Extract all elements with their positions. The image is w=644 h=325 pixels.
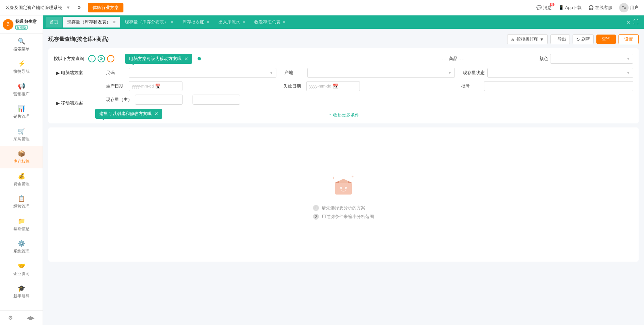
export-button[interactable]: ↑ 导出 (550, 34, 570, 44)
gear-button[interactable]: ⚙ (74, 3, 84, 12)
empty-icon-wrapper: ✦ ✦ (328, 169, 359, 200)
origin-select[interactable]: ▼ (307, 68, 455, 78)
sidebar-item-inventory[interactable]: 📦 库存核算 (0, 146, 43, 168)
download-icon: 📱 (558, 5, 564, 10)
search-button[interactable]: 查询 (596, 35, 616, 44)
search-icon: 🔍 (18, 38, 25, 45)
logo-icon: 6 (3, 19, 13, 30)
top-bar-right: 💬 消息 6 📱 App下载 🎧 在线客服 Ea 用户 (536, 3, 639, 12)
print-icon: 🖨 (511, 37, 515, 42)
sidebar-item-search[interactable]: 🔍 搜索菜单 (0, 34, 43, 56)
tab-flow[interactable]: 出入库流水 ✕ (214, 17, 250, 28)
tab-inventory-status[interactable]: 现存量（库存状况表） ✕ (63, 17, 120, 28)
finance-icon: 💰 (18, 172, 25, 180)
stock-status-select[interactable]: ▼ (487, 68, 633, 78)
svg-text:✦: ✦ (332, 176, 335, 180)
sidebar-item-management[interactable]: 📋 经营管理 (0, 191, 43, 213)
add-scheme-button[interactable]: + (88, 55, 96, 62)
set-button[interactable]: 设置 (619, 34, 639, 44)
app-download-button[interactable]: 📱 App下载 (558, 5, 582, 11)
stock-main-min[interactable] (135, 95, 183, 105)
tab-fullscreen-button[interactable]: ⛶ (633, 19, 639, 25)
color-select[interactable]: ▼ (550, 54, 633, 64)
tab-batch[interactable]: 库存批次账 ✕ (178, 17, 214, 28)
tooltip-pc-close-button[interactable]: ✕ (184, 56, 188, 61)
svg-point-5 (345, 187, 347, 189)
filter-fields-area: 尺码 ▼ 产地 ▼ (106, 68, 633, 108)
stock-status-arrow: ▼ (626, 70, 630, 75)
message-button[interactable]: 💬 消息 6 (536, 5, 552, 11)
sidebar-item-marketing[interactable]: 📢 营销推广 (0, 78, 43, 101)
batch-input[interactable] (484, 81, 633, 91)
sidebar-item-system[interactable]: ⚙️ 系统管理 (0, 236, 43, 258)
size-filter: 尺码 ▼ (106, 68, 276, 78)
pc-scheme-item[interactable]: ▶ 电脑端方案 (54, 68, 101, 78)
size-arrow: ▼ (269, 70, 273, 75)
print-button[interactable]: 🖨 按模板打印 ▼ (507, 34, 548, 44)
basicinfo-icon: 📁 (18, 217, 25, 225)
expire-date-start[interactable]: yyyy-mm-dd 📅 (306, 81, 360, 91)
user-avatar: Ea (619, 3, 629, 12)
filter-row-3: 现存量（主） — (106, 95, 633, 105)
tab-close-all-button[interactable]: ✕ (626, 19, 631, 25)
tab-close-summary[interactable]: ✕ (282, 20, 286, 24)
tab-inventory-distribution[interactable]: 现存量（库存分布表） ✕ (121, 17, 178, 28)
tab-close-inventory-distribution[interactable]: ✕ (170, 20, 174, 24)
sales-icon: 📊 (18, 105, 25, 112)
tooltip-edit-scheme-wrapper: 这里可以创建和修改方案哦 ✕ (95, 109, 162, 119)
tab-close-inventory-status[interactable]: ✕ (113, 20, 116, 24)
trial-button[interactable]: 体验行业方案 (88, 3, 123, 12)
message-icon: 💬 (536, 5, 542, 10)
tooltip-edit-scheme: 这里可以创建和修改方案哦 ✕ (95, 109, 162, 119)
marketing-icon: 📢 (18, 83, 25, 90)
color-arrow: ▼ (626, 56, 630, 61)
calendar-icon-2: 📅 (333, 84, 338, 89)
back-scheme-button[interactable]: ← (107, 55, 114, 62)
top-bar: 装备及固定资产辅助管理系统 ▼ ⚙ 体验行业方案 💬 消息 6 📱 App下载 … (0, 0, 644, 15)
sidebar-nav: 🔍 搜索菜单 ⚡ 快捷导航 📢 营销推广 📊 销售管理 🛒 采购管理 (0, 34, 43, 310)
origin-arrow: ▼ (448, 70, 452, 75)
produce-date-start[interactable]: yyyy-mm-dd 📅 (129, 81, 182, 91)
sidebar-item-quicknav[interactable]: ⚡ 快捷导航 (0, 56, 43, 78)
sidebar-item-purchase[interactable]: 🛒 采购管理 (0, 123, 43, 146)
size-select[interactable]: ▼ (129, 68, 276, 78)
goods-filter-item: ⋯ 商品 ⋯ (441, 56, 535, 62)
hint-num-2: 2 (313, 214, 319, 220)
refresh-icon: ↻ (576, 37, 580, 42)
empty-hints: 1 请先选择要分析的方案 2 用过滤条件来缩小分析范围 (313, 205, 374, 220)
user-menu[interactable]: Ea 用户 (619, 3, 639, 12)
filter-top-row: 按以下方案查询 + ⟳ ← 电脑方案可设为移动方案哦 ✕ (54, 54, 633, 64)
calendar-icon-1: 📅 (155, 84, 161, 89)
service-icon: 🎧 (588, 5, 594, 10)
sidebar-item-enterprise[interactable]: 🤝 企业协同 (0, 258, 43, 281)
goods-dots2: ⋯ (460, 56, 465, 62)
mobile-scheme-item[interactable]: ▶ 移动端方案 (54, 98, 101, 108)
scheme-tree-area: ▶ 电脑端方案 ▶ 移动端方案 这里可以创建和修改方 (54, 68, 101, 108)
range-separator: — (185, 97, 190, 102)
svg-point-4 (340, 187, 342, 189)
online-service-button[interactable]: 🎧 在线客服 (588, 5, 612, 11)
collapse-sidebar-button[interactable]: ◀▶ (26, 315, 35, 321)
empty-state: ✦ ✦ 1 请先选择要分析的方案 2 用过滤条件来缩小分析范围 (293, 149, 394, 240)
tab-summary[interactable]: 收发存汇总表 ✕ (250, 17, 290, 28)
sidebar-item-guide[interactable]: 🎓 新手引导 (0, 281, 43, 303)
settings-footer-button[interactable]: ⚙ (8, 315, 13, 321)
stock-main-max[interactable] (193, 95, 240, 105)
tooltip-edit-close-button[interactable]: ✕ (154, 111, 158, 116)
collapse-up-icon: ⌃ (328, 113, 332, 118)
sidebar-item-sales[interactable]: 📊 销售管理 (0, 101, 43, 123)
produce-date-range: yyyy-mm-dd 📅 (129, 81, 182, 91)
sidebar-item-finance[interactable]: 💰 资金管理 (0, 168, 43, 191)
tab-home[interactable]: 首页 (46, 17, 62, 28)
refresh-scheme-button[interactable]: ⟳ (98, 55, 105, 62)
stock-main-filter: 现存量（主） — (106, 95, 240, 105)
message-badge: 6 (550, 3, 554, 6)
refresh-button[interactable]: ↻ 刷新 (573, 34, 594, 44)
page-title: 现存量查询(按仓库+商品) (48, 36, 109, 43)
svg-text:✦: ✦ (351, 175, 354, 178)
sidebar-item-basic-info[interactable]: 📁 基础信息 (0, 213, 43, 236)
svg-rect-0 (335, 183, 352, 195)
tab-close-batch[interactable]: ✕ (206, 20, 210, 24)
system-dropdown-icon[interactable]: ▼ (66, 5, 70, 10)
tab-close-flow[interactable]: ✕ (242, 20, 246, 24)
